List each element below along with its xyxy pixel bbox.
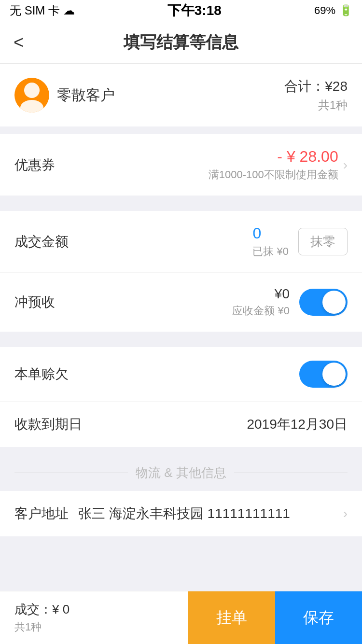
bottom-bar: 成交：¥ 0 共1种 挂单 保存 <box>0 591 362 644</box>
due-date-value: 2019年12月30日 <box>247 415 348 434</box>
deal-amount-row: 成交金额 0 已抹 ¥0 抹零 <box>0 211 362 273</box>
status-bar: 无 SIM 卡 ☁ 下午3:18 69% 🔋 <box>0 0 362 21</box>
address-section[interactable]: 客户地址 张三 海淀永丰科技园 11111111111 › <box>0 491 362 536</box>
bottom-deal-label: 成交：¥ 0 <box>14 601 174 618</box>
debt-toggle[interactable] <box>299 361 348 388</box>
due-date-label: 收款到期日 <box>14 415 82 434</box>
status-bar-left: 无 SIM 卡 ☁ <box>10 3 75 18</box>
battery-icon: 🔋 <box>339 4 352 17</box>
save-button[interactable]: 保存 <box>275 591 362 644</box>
svg-point-0 <box>24 83 40 98</box>
back-button[interactable]: < <box>14 32 24 53</box>
status-bar-time: 下午3:18 <box>167 1 222 20</box>
customer-left: 零散客户 <box>14 78 115 112</box>
debt-row: 本单赊欠 <box>0 347 362 402</box>
logistics-label: 物流 & 其他信息 <box>136 464 226 481</box>
prepayment-label: 冲预收 <box>14 293 55 311</box>
debt-section: 本单赊欠 收款到期日 2019年12月30日 <box>0 347 362 447</box>
battery-text: 69% <box>314 4 335 17</box>
prepayment-toggle[interactable] <box>299 289 348 316</box>
logistics-divider: 物流 & 其他信息 <box>0 455 362 491</box>
deal-amount-label: 成交金额 <box>14 233 69 251</box>
coupon-label: 优惠券 <box>14 156 55 174</box>
prepayment-right: ¥0 应收金额 ¥0 <box>232 286 348 318</box>
bottom-buttons: 挂单 保存 <box>188 591 362 644</box>
section-divider-1 <box>0 203 362 211</box>
customer-name: 零散客户 <box>57 85 115 105</box>
customer-right: 合计：¥28 共1种 <box>284 77 348 113</box>
nav-bar: < 填写结算等信息 <box>0 21 362 64</box>
customer-count: 共1种 <box>284 98 348 113</box>
content-area: 零散客户 合计：¥28 共1种 优惠券 - ¥ 28.00 满1000-100不… <box>0 64 362 602</box>
address-label: 客户地址 <box>14 504 69 523</box>
round-zero-button[interactable]: 抹零 <box>298 228 348 255</box>
prepayment-value: ¥0 <box>232 286 290 302</box>
address-chevron-icon: › <box>343 506 348 521</box>
coupon-right: - ¥ 28.00 满1000-100不限制使用金额 › <box>209 148 348 182</box>
customer-section: 零散客户 合计：¥28 共1种 <box>0 64 362 126</box>
prepayment-row: 冲预收 ¥0 应收金额 ¥0 <box>0 273 362 332</box>
signal-text: 无 SIM 卡 ☁ <box>10 3 75 18</box>
page-title: 填写结算等信息 <box>124 31 238 54</box>
coupon-amount: - ¥ 28.00 <box>209 148 338 166</box>
customer-total: 合计：¥28 <box>284 77 348 96</box>
coupon-section[interactable]: 优惠券 - ¥ 28.00 满1000-100不限制使用金额 › <box>0 134 362 196</box>
section-divider-2 <box>0 339 362 347</box>
deal-value: ¥ 0 <box>52 602 70 616</box>
address-value: 张三 海淀永丰科技园 11111111111 <box>78 504 334 523</box>
deal-amount-sub: 已抹 ¥0 <box>252 244 289 259</box>
address-row: 客户地址 张三 海淀永丰科技园 11111111111 › <box>0 491 362 536</box>
due-date-row: 收款到期日 2019年12月30日 <box>0 402 362 447</box>
prepayment-sub: 应收金额 ¥0 <box>232 304 290 318</box>
bottom-count: 共1种 <box>14 620 174 634</box>
deal-amount-right: 0 已抹 ¥0 抹零 <box>252 224 348 259</box>
chevron-right-icon: › <box>343 157 348 173</box>
deal-amount-value-wrapper: 0 已抹 ¥0 <box>252 224 289 259</box>
pending-button[interactable]: 挂单 <box>188 591 275 644</box>
svg-point-1 <box>20 100 43 112</box>
customer-avatar <box>14 78 49 112</box>
deal-prefix: 成交： <box>14 602 52 616</box>
debt-toggle-knob <box>322 363 346 386</box>
debt-label: 本单赊欠 <box>14 365 69 383</box>
deal-amount-value: 0 <box>252 224 289 242</box>
deal-section: 成交金额 0 已抹 ¥0 抹零 冲预收 ¥0 应收金额 ¥0 <box>0 211 362 332</box>
coupon-desc: 满1000-100不限制使用金额 <box>209 168 338 182</box>
status-bar-right: 69% 🔋 <box>314 4 352 17</box>
bottom-left: 成交：¥ 0 共1种 <box>0 601 188 634</box>
prepayment-value-wrapper: ¥0 应收金额 ¥0 <box>232 286 290 318</box>
coupon-info: - ¥ 28.00 满1000-100不限制使用金额 <box>209 148 338 182</box>
toggle-knob <box>322 291 346 314</box>
